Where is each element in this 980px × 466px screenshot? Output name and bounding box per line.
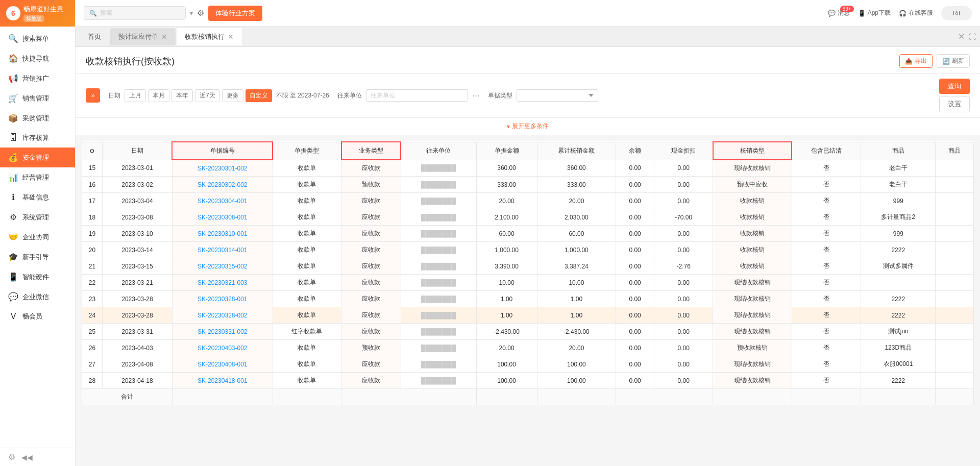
table-row[interactable]: 23 2023-03-28 SK-20230328-001 收款单 应收款 ██… xyxy=(82,291,974,307)
query-btn[interactable]: 查询 xyxy=(939,79,970,94)
topbar-settings-icon[interactable]: ⚙ xyxy=(197,8,204,18)
online-service-btn[interactable]: 🎧 在线客服 xyxy=(899,9,933,17)
bill-no-link[interactable]: SK-20230418-001 xyxy=(198,377,247,384)
tab-close-all[interactable]: ✕ xyxy=(958,32,965,41)
bill-no-link[interactable]: SK-20230301-002 xyxy=(198,165,247,172)
tabbar: 首页 预计应应付单 ✕ 收款核销执行 ✕ ✕ ⛶ xyxy=(76,27,980,47)
sidebar-item-finance[interactable]: 💰资金管理 xyxy=(0,148,75,167)
user-avatar[interactable]: Rit xyxy=(941,6,972,20)
table-row[interactable]: 26 2023-04-03 SK-20230403-002 收款单 预收款 ██… xyxy=(82,340,974,356)
logo-title: 畅康道好生意 xyxy=(23,5,63,14)
trial-btn[interactable]: 体验行业方案 xyxy=(208,6,262,21)
expand-more-btn[interactable]: ▾ 展开更多条件 xyxy=(507,122,549,131)
bill-no-link[interactable]: SK-20230331-002 xyxy=(198,328,247,335)
table-row[interactable]: 18 2023-03-08 SK-20230308-001 收款单 应收款 ██… xyxy=(82,209,974,226)
bill-no-link[interactable]: SK-20230304-001 xyxy=(198,198,247,205)
cell-include-settled: 否 xyxy=(792,193,861,209)
app-download-btn[interactable]: 📱 App下载 xyxy=(858,9,891,17)
date-btn-thismonth[interactable]: 本月 xyxy=(148,89,169,102)
cell-biz-type: 应收款 xyxy=(341,373,401,389)
bill-no-link[interactable]: SK-20230408-001 xyxy=(198,361,247,368)
bill-no-link[interactable]: SK-20230315-002 xyxy=(198,263,247,270)
table-row[interactable]: 28 2023-04-18 SK-20230418-001 收款单 应收款 ██… xyxy=(82,373,974,389)
sidebar-item-search[interactable]: 🔍搜索菜单 xyxy=(0,29,75,48)
table-row[interactable]: 22 2023-03-21 SK-20230321-003 收款单 应收款 ██… xyxy=(82,275,974,291)
cell-balance: 0.00 xyxy=(616,177,654,193)
collapse-icon[interactable]: ◀◀ xyxy=(21,453,33,461)
sidebar-item-sales[interactable]: 🛒销售管理 xyxy=(0,88,75,108)
bill-no-link[interactable]: SK-20230321-003 xyxy=(198,279,247,286)
cell-bill-no: SK-20230331-002 xyxy=(172,324,273,340)
table-row[interactable]: 27 2023-04-08 SK-20230408-001 收款单 应收款 ██… xyxy=(82,356,974,373)
settings-icon[interactable]: ⚙ xyxy=(8,452,15,462)
table-row[interactable]: 15 2023-03-01 SK-20230301-002 收款单 应收款 ██… xyxy=(82,160,974,177)
tab-home[interactable]: 首页 xyxy=(80,28,109,45)
date-filter-section: 日期 上月 本月 本年 近7天 更多 自定义 不限 至 2023-07-26 xyxy=(108,89,329,102)
date-btn-more[interactable]: 更多 xyxy=(222,89,243,102)
bill-no-link[interactable]: SK-20230308-001 xyxy=(198,214,247,221)
export-btn[interactable]: 📤 导出 xyxy=(899,54,933,68)
bill-no-link[interactable]: SK-20230310-001 xyxy=(198,230,247,237)
table-row[interactable]: 20 2023-03-14 SK-20230314-001 收款单 应收款 ██… xyxy=(82,242,974,258)
date-btn-custom[interactable]: 自定义 xyxy=(246,89,272,102)
bill-no-link[interactable]: SK-20230328-002 xyxy=(198,312,247,319)
messages-btn[interactable]: 💬 消息 99+ xyxy=(828,9,850,17)
cell-biz-type: 应收款 xyxy=(341,291,401,307)
sidebar-item-marketing[interactable]: 📢营销推广 xyxy=(0,68,75,88)
filter-expand-btn[interactable]: » xyxy=(86,88,100,103)
footer-cash-discount xyxy=(654,389,713,405)
sidebar-item-enterprise[interactable]: 🤝企业协同 xyxy=(0,227,75,247)
bill-no-link[interactable]: SK-20230403-002 xyxy=(198,345,247,352)
cell-cancel-type: 收款核销 xyxy=(713,209,792,226)
table-area[interactable]: ⚙ 日期 单据编号 单据类型 业务类型 往来单位 单据金额 累计核销金额 余额 … xyxy=(76,135,980,466)
table-row[interactable]: 25 2023-03-31 SK-20230331-002 红字收款单 应收款 … xyxy=(82,324,974,340)
sidebar-item-basic[interactable]: ℹ基础信息 xyxy=(0,187,75,207)
table-row[interactable]: 21 2023-03-15 SK-20230315-002 收款单 应收款 ██… xyxy=(82,258,974,275)
sidebar-item-member[interactable]: V畅会员 xyxy=(0,307,75,326)
footer-goods2 xyxy=(936,389,974,405)
date-btn-lastmonth[interactable]: 上月 xyxy=(125,89,146,102)
tab-prepay-close[interactable]: ✕ xyxy=(161,33,167,41)
sidebar-item-inventory[interactable]: 🗄库存核算 xyxy=(0,128,75,148)
tab-receipt-cancel-close[interactable]: ✕ xyxy=(228,33,234,41)
cell-balance: 0.00 xyxy=(616,242,654,258)
cell-bill-type: 收款单 xyxy=(273,193,341,209)
date-btn-thisyear[interactable]: 本年 xyxy=(172,89,193,102)
bill-no-link[interactable]: SK-20230314-001 xyxy=(198,247,247,254)
settings-btn[interactable]: 设置 xyxy=(939,96,970,112)
partner-input[interactable] xyxy=(366,89,468,102)
cell-bill-no: SK-20230315-002 xyxy=(172,258,273,275)
bill-type-select[interactable] xyxy=(517,89,598,102)
dropdown-arrow[interactable]: ▾ xyxy=(190,10,193,17)
tab-maximize[interactable]: ⛶ xyxy=(969,33,976,41)
chevron-down-icon: ▾ xyxy=(507,123,510,130)
bill-no-link[interactable]: SK-20230302-002 xyxy=(198,181,247,188)
filter-more-dots[interactable]: ··· xyxy=(472,90,480,101)
cell-goods xyxy=(861,275,936,291)
sidebar-item-hardware[interactable]: 📱智能硬件 xyxy=(0,267,75,287)
nav-icon-basic: ℹ xyxy=(8,192,18,202)
table-row[interactable]: 19 2023-03-10 SK-20230310-001 收款单 应收款 ██… xyxy=(82,226,974,242)
sidebar-item-purchase[interactable]: 📦采购管理 xyxy=(0,108,75,128)
footer-row: 合计 xyxy=(82,389,974,405)
sidebar-item-operation[interactable]: 📊经营管理 xyxy=(0,167,75,187)
table-row[interactable]: 17 2023-03-04 SK-20230304-001 收款单 应收款 ██… xyxy=(82,193,974,209)
cell-balance: 0.00 xyxy=(616,373,654,389)
tabbar-controls: ✕ ⛶ xyxy=(958,32,980,41)
bill-no-link[interactable]: SK-20230328-001 xyxy=(198,296,247,303)
th-balance: 余额 xyxy=(616,142,654,160)
th-cash-discount: 现金折扣 xyxy=(654,142,713,160)
cell-goods: 老白干 xyxy=(861,177,936,193)
date-btn-7days[interactable]: 近7天 xyxy=(195,89,220,102)
sidebar-item-wechat[interactable]: 💬企业微信 xyxy=(0,287,75,307)
topbar-search-box[interactable]: 🔍 搜索 xyxy=(84,6,186,20)
filter-bar: » 日期 上月 本月 本年 近7天 更多 自定义 不限 至 2023-07-26… xyxy=(76,73,980,118)
table-row[interactable]: 24 2023-03-28 SK-20230328-002 收款单 应收款 ██… xyxy=(82,307,974,324)
refresh-btn[interactable]: 🔄 刷新 xyxy=(937,54,970,68)
sidebar-item-system[interactable]: ⚙系统管理 xyxy=(0,207,75,227)
table-row[interactable]: 16 2023-03-02 SK-20230302-002 收款单 预收款 ██… xyxy=(82,177,974,193)
tab-prepay[interactable]: 预计应应付单 ✕ xyxy=(110,28,176,45)
tab-receipt-cancel[interactable]: 收款核销执行 ✕ xyxy=(177,28,242,45)
sidebar-item-guide[interactable]: 🎓新手引导 xyxy=(0,247,75,267)
sidebar-item-quick-nav[interactable]: 🏠快捷导航 xyxy=(0,48,75,68)
